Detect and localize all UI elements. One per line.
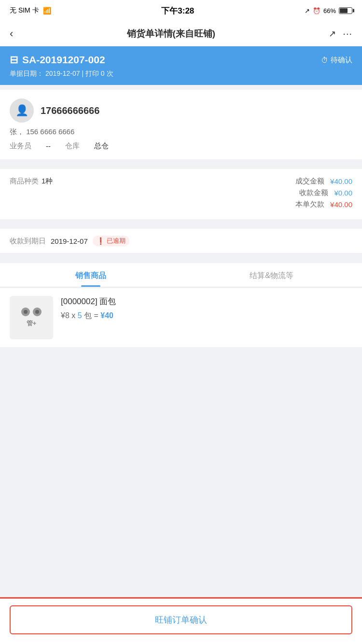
summary-right: 成交金额 ¥40.00 收款金额 ¥0.00 本单欠款 ¥40.00 xyxy=(295,177,352,211)
status-text: 待确认 xyxy=(331,56,352,65)
owed-label: 本单欠款 xyxy=(295,200,324,209)
owed-value: ¥40.00 xyxy=(330,200,352,209)
order-status: ⏱ 待确认 xyxy=(321,56,352,65)
customer-name-text: 张 xyxy=(10,127,17,136)
confirm-order-button[interactable]: 旺铺订单确认 xyxy=(10,605,352,634)
amount-label: 成交金额 xyxy=(295,177,324,186)
status-clock-icon: ⏱ xyxy=(321,56,328,64)
product-price: ¥8 x 5 包 = ¥40 xyxy=(61,311,352,321)
product-name: [0000002] 面包 xyxy=(61,296,352,307)
order-id: ⊟ SA-20191207-002 xyxy=(10,54,105,66)
product-code: [0000002] xyxy=(61,297,97,306)
customer-section: 👤 17666666666 张， 156 6666 6666 业务员 -- 仓库… xyxy=(0,90,362,159)
owl-eyes xyxy=(21,308,42,316)
summary-section: 商品种类 1种 成交金额 ¥40.00 收款金额 ¥0.00 本单欠款 ¥40.… xyxy=(0,169,362,219)
divider-2 xyxy=(0,219,362,224)
owl-eye-right xyxy=(33,308,42,316)
back-button[interactable]: ‹ xyxy=(10,28,13,40)
battery-icon xyxy=(339,7,352,14)
price-multiply: x xyxy=(71,311,77,320)
price-qty: 5 xyxy=(78,311,82,320)
overdue-badge: ❗ 已逾期 xyxy=(93,236,129,246)
order-id-row: ⊟ SA-20191207-002 ⏱ 待确认 xyxy=(10,54,352,66)
due-date-value: 2019-12-07 xyxy=(51,237,88,245)
page-title: 销货单详情(来自旺铺) xyxy=(127,28,216,40)
price-unit: ¥8 xyxy=(61,311,70,320)
order-icon: ⊟ xyxy=(10,54,18,66)
kind-value: 1种 xyxy=(42,177,53,186)
customer-sub: 张， 156 6666 6666 xyxy=(10,127,352,137)
summary-left: 商品种类 1种 xyxy=(10,177,53,186)
status-bar: 无 SIM 卡 📶 下午3:28 ↗ ⏰ 66% xyxy=(0,0,362,21)
tab-settlement[interactable]: 结算&物流等 xyxy=(181,263,362,287)
owl-eye-left xyxy=(21,308,30,316)
print-count: 0 xyxy=(101,70,105,77)
carrier-text: 无 SIM 卡 xyxy=(10,6,39,15)
tabs-section: 销售商品 结算&物流等 xyxy=(0,263,362,287)
divider-1 xyxy=(0,159,362,164)
wifi-icon: 📶 xyxy=(43,7,51,14)
products-section: 管+ [0000002] 面包 ¥8 x 5 包 = ¥40 xyxy=(0,288,362,347)
customer-info-row: 业务员 -- 仓库 总仓 xyxy=(10,141,352,151)
tab-sales-label: 销售商品 xyxy=(75,271,106,280)
avatar: 👤 xyxy=(10,98,34,123)
alarm-icon: ⏰ xyxy=(313,7,320,14)
order-header: ⊟ SA-20191207-002 ⏱ 待确认 单据日期： 2019-12-07… xyxy=(0,46,362,85)
location-icon: ↗ xyxy=(305,7,310,14)
share-button[interactable]: ↗ xyxy=(329,28,336,39)
product-name-text: 面包 xyxy=(99,297,116,306)
sales-value: -- xyxy=(46,142,51,150)
owl-plus: 管+ xyxy=(27,319,37,328)
date-value: 2019-12-07 xyxy=(45,70,80,77)
nav-actions: ↗ ··· xyxy=(329,28,352,39)
bottom-bar: 旺铺订单确认 xyxy=(0,597,362,644)
product-thumb-inner: 管+ xyxy=(21,308,42,328)
print-suffix: 次 xyxy=(107,70,113,77)
date-label: 单据日期： xyxy=(10,70,43,77)
overdue-icon: ❗ xyxy=(97,237,105,245)
product-thumbnail: 管+ xyxy=(10,296,53,339)
price-equals: = xyxy=(94,311,101,320)
amount-value: ¥40.00 xyxy=(330,177,352,185)
due-label: 收款到期日 xyxy=(10,237,46,246)
kind-label: 商品种类 xyxy=(10,177,39,186)
warehouse-value: 总仓 xyxy=(94,141,109,151)
customer-row: 👤 17666666666 xyxy=(10,98,352,123)
more-button[interactable]: ··· xyxy=(343,28,352,39)
customer-phone: 17666666666 xyxy=(41,105,99,116)
customer-alt-phone: 156 6666 6666 xyxy=(26,127,74,136)
divider-3 xyxy=(0,253,362,258)
order-date: 单据日期： 2019-12-07 | 打印 0 次 xyxy=(10,70,352,78)
battery-percent: 66% xyxy=(323,7,336,14)
receipt-row: 收款金额 ¥0.00 xyxy=(295,188,352,197)
price-total: ¥40 xyxy=(100,311,113,320)
product-kind: 商品种类 1种 xyxy=(10,177,53,186)
product-item: 管+ [0000002] 面包 ¥8 x 5 包 = ¥40 xyxy=(10,296,352,339)
overdue-text: 已逾期 xyxy=(107,237,125,245)
tab-sales-products[interactable]: 销售商品 xyxy=(0,263,181,287)
order-id-text: SA-20191207-002 xyxy=(22,54,105,66)
receipt-label: 收款金额 xyxy=(299,188,328,197)
receipt-value: ¥0.00 xyxy=(334,189,352,197)
amount-row: 成交金额 ¥40.00 xyxy=(295,177,352,186)
warehouse-label: 仓库 xyxy=(65,141,80,151)
status-time: 下午3:28 xyxy=(161,5,194,16)
status-left: 无 SIM 卡 📶 xyxy=(10,6,51,15)
due-section: 收款到期日 2019-12-07 ❗ 已逾期 xyxy=(0,229,362,253)
print-label: | 打印 xyxy=(82,70,100,77)
sales-label: 业务员 xyxy=(10,141,31,151)
content-area xyxy=(0,347,362,453)
tab-settlement-label: 结算&物流等 xyxy=(250,271,293,280)
status-right: ↗ ⏰ 66% xyxy=(305,7,352,14)
product-info: [0000002] 面包 ¥8 x 5 包 = ¥40 xyxy=(61,296,352,321)
nav-bar: ‹ 销货单详情(来自旺铺) ↗ ··· xyxy=(0,21,362,46)
price-unit-text: 包 xyxy=(84,311,92,320)
owed-row: 本单欠款 ¥40.00 xyxy=(295,200,352,209)
